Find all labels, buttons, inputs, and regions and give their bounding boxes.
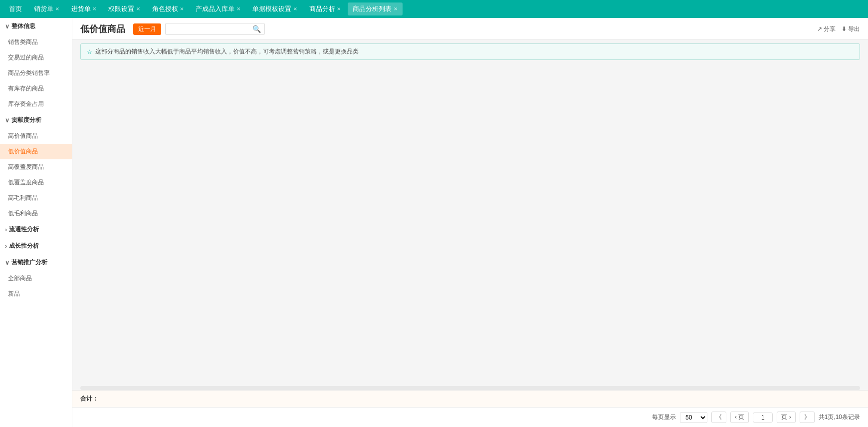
sidebar-section-3[interactable]: ›成长性分析: [0, 238, 72, 254]
nav-item-7[interactable]: 商品分析×: [304, 2, 346, 15]
nav-close-7[interactable]: ×: [337, 5, 341, 12]
scroll-bar[interactable]: [80, 386, 860, 390]
filter-btn[interactable]: 近一月: [133, 23, 161, 35]
info-icon: ☆: [87, 48, 92, 55]
nav-item-4[interactable]: 角色授权×: [147, 2, 189, 15]
nav-item-8[interactable]: 商品分析列表×: [348, 2, 403, 15]
prev-page-btn[interactable]: ‹ 页: [730, 412, 749, 423]
page-size-select[interactable]: 50 100: [680, 412, 707, 423]
share-btn[interactable]: ↗ 分享: [817, 25, 836, 33]
sidebar-arrow-3: ›: [5, 243, 7, 250]
main-layout: ∨整体信息销售类商品交易过的商品商品分类销售率有库存的商品库存资金占用∨贡献度分…: [0, 18, 868, 427]
content-header: 低价值商品 近一月 🔍 ↗ 分享 ⬇ 导出: [72, 18, 868, 39]
sidebar-item-4-1[interactable]: 新品: [0, 286, 72, 302]
header-right: ↗ 分享 ⬇ 导出: [817, 25, 860, 33]
search-input[interactable]: [165, 23, 265, 35]
export-btn[interactable]: ⬇ 导出: [842, 25, 860, 33]
total-info: 共1页,10条记录: [819, 413, 860, 422]
nav-item-1[interactable]: 销货单×: [29, 2, 64, 15]
nav-item-5[interactable]: 产成品入库单×: [191, 2, 245, 15]
top-nav: 首页销货单×进货单×权限设置×角色授权×产成品入库单×单据模板设置×商品分析×商…: [0, 0, 868, 18]
sidebar-item-0-3[interactable]: 有库存的商品: [0, 81, 72, 96]
nav-close-5[interactable]: ×: [236, 5, 240, 12]
first-page-btn[interactable]: 《: [711, 412, 726, 423]
sidebar: ∨整体信息销售类商品交易过的商品商品分类销售率有库存的商品库存资金占用∨贡献度分…: [0, 18, 72, 427]
nav-close-8[interactable]: ×: [394, 5, 398, 12]
next-page-btn[interactable]: 页 ›: [777, 412, 795, 423]
nav-close-6[interactable]: ×: [293, 5, 297, 12]
sidebar-item-0-2[interactable]: 商品分类销售率: [0, 65, 72, 81]
sidebar-item-0-4[interactable]: 库存资金占用: [0, 96, 72, 112]
search-icon: 🔍: [252, 25, 261, 33]
sidebar-arrow-1: ∨: [5, 117, 9, 124]
sidebar-item-4-0[interactable]: 全部商品: [0, 271, 72, 286]
sidebar-item-1-5[interactable]: 低毛利商品: [0, 206, 72, 221]
nav-item-3[interactable]: 权限设置×: [103, 2, 145, 15]
share-icon: ↗: [817, 25, 822, 32]
sidebar-arrow-2: ›: [5, 226, 7, 233]
nav-close-4[interactable]: ×: [180, 5, 184, 12]
nav-item-2[interactable]: 进货单×: [66, 2, 102, 15]
content-area: 低价值商品 近一月 🔍 ↗ 分享 ⬇ 导出 ☆ 这部分商品的销售收入大幅低于商品…: [72, 18, 868, 427]
sidebar-section-0[interactable]: ∨整体信息: [0, 18, 72, 34]
info-bar: ☆ 这部分商品的销售收入大幅低于商品平均销售收入，价值不高，可考虑调整营销策略，…: [80, 43, 860, 60]
sidebar-arrow-4: ∨: [5, 259, 9, 266]
footer-total: 合计：: [72, 390, 868, 407]
sidebar-item-0-0[interactable]: 销售类商品: [0, 34, 72, 50]
sidebar-item-1-3[interactable]: 低覆盖度商品: [0, 175, 72, 190]
sidebar-item-1-1[interactable]: 低价值商品: [0, 144, 72, 159]
sidebar-item-1-2[interactable]: 高覆盖度商品: [0, 159, 72, 175]
page-number-input[interactable]: [753, 413, 773, 423]
sidebar-item-1-4[interactable]: 高毛利商品: [0, 190, 72, 206]
export-icon: ⬇: [842, 25, 847, 32]
nav-close-2[interactable]: ×: [93, 5, 97, 12]
nav-close-3[interactable]: ×: [136, 5, 140, 12]
sidebar-item-0-1[interactable]: 交易过的商品: [0, 50, 72, 65]
nav-item-0[interactable]: 首页: [4, 2, 27, 15]
info-text: 这部分商品的销售收入大幅低于商品平均销售收入，价值不高，可考虑调整营销策略，或是…: [95, 47, 359, 56]
page-title: 低价值商品: [80, 23, 125, 35]
nav-close-1[interactable]: ×: [55, 5, 59, 12]
last-page-btn[interactable]: 》: [800, 412, 815, 423]
nav-item-6[interactable]: 单据模板设置×: [247, 2, 302, 15]
sidebar-section-1[interactable]: ∨贡献度分析: [0, 112, 72, 128]
sidebar-arrow-0: ∨: [5, 23, 9, 30]
sidebar-section-4[interactable]: ∨营销推广分析: [0, 254, 72, 271]
search-wrap: 🔍: [165, 23, 265, 35]
page-size-label: 每页显示: [652, 413, 676, 422]
sidebar-item-1-0[interactable]: 高价值商品: [0, 128, 72, 144]
sidebar-section-2[interactable]: ›流通性分析: [0, 221, 72, 238]
pagination-bar: 每页显示 50 100 《 ‹ 页 页 › 》 共1页,10条记录: [72, 407, 868, 427]
table-wrap[interactable]: [72, 62, 868, 386]
total-label: 合计：: [80, 395, 110, 403]
